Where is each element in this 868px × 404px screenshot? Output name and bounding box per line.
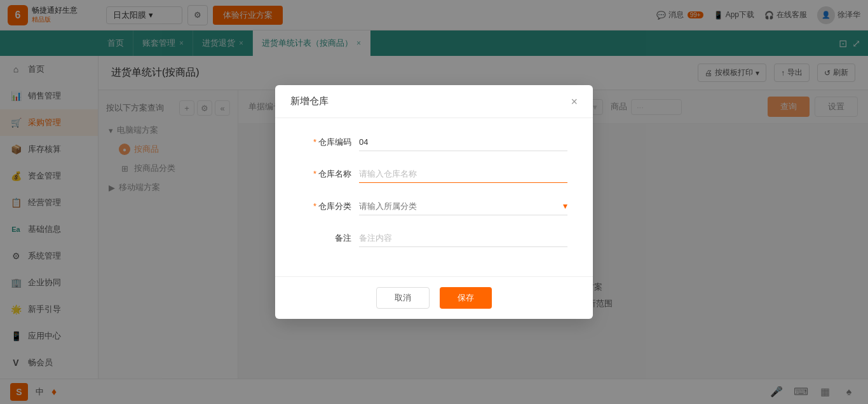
form-item-remark: 备注	[301, 229, 567, 247]
category-dropdown-icon: ▾	[563, 201, 567, 211]
remark-label: 备注	[301, 232, 351, 244]
modal-close-button[interactable]: ×	[571, 96, 578, 107]
modal-header: 新增仓库 ×	[275, 85, 593, 118]
name-label: 仓库名称	[301, 168, 351, 180]
modal-overlay[interactable]: 新增仓库 × 仓库编码 仓库名称 仓库分类 ▾	[0, 0, 868, 404]
code-input[interactable]	[359, 133, 567, 151]
name-input[interactable]	[359, 165, 567, 183]
modal-footer: 取消 保存	[275, 276, 593, 319]
category-input[interactable]	[359, 201, 563, 211]
form-item-name: 仓库名称	[301, 165, 567, 183]
category-select[interactable]: ▾	[359, 197, 567, 215]
modal-body: 仓库编码 仓库名称 仓库分类 ▾ 备注	[275, 118, 593, 276]
modal-title: 新增仓库	[290, 95, 329, 107]
code-label: 仓库编码	[301, 137, 351, 148]
form-item-category: 仓库分类 ▾	[301, 197, 567, 215]
category-label: 仓库分类	[301, 201, 351, 212]
form-item-code: 仓库编码	[301, 133, 567, 151]
cancel-button[interactable]: 取消	[376, 287, 430, 309]
remark-input[interactable]	[359, 229, 567, 247]
modal-add-warehouse: 新增仓库 × 仓库编码 仓库名称 仓库分类 ▾	[275, 85, 593, 319]
save-button[interactable]: 保存	[440, 287, 492, 309]
